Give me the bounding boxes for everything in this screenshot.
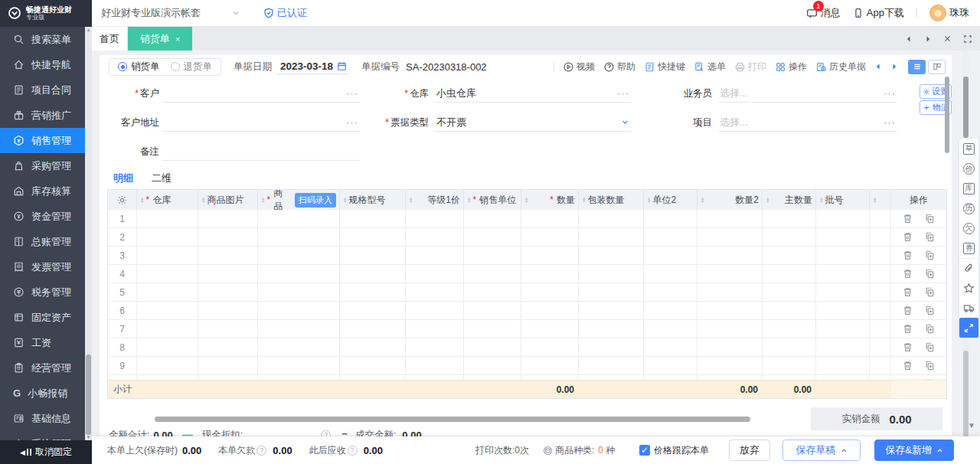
- abandon-button[interactable]: 放弃: [729, 439, 770, 461]
- copy-row-icon[interactable]: [924, 286, 936, 298]
- cell-batch_no[interactable]: [816, 283, 870, 301]
- cell-grade1_price[interactable]: [406, 375, 464, 380]
- column-header-product[interactable]: ▲▼*商品扫码录入: [258, 190, 340, 210]
- cell-unit2[interactable]: [644, 228, 697, 246]
- tab-scroll-right-icon[interactable]: [924, 35, 932, 43]
- column-header-unit2[interactable]: ▲▼单位2: [644, 190, 697, 210]
- card-view-button[interactable]: [928, 60, 946, 74]
- cell-unit2[interactable]: [644, 357, 697, 374]
- cell-extra[interactable]: [870, 265, 891, 283]
- cell-spec_model[interactable]: [340, 375, 406, 380]
- cell-warehouse[interactable]: [137, 283, 198, 301]
- list-view-button[interactable]: [908, 60, 926, 74]
- sidebar-item-xiaochang-expense[interactable]: G小畅报销: [0, 381, 92, 406]
- column-header-package_qty[interactable]: ▲▼包装数量: [579, 190, 644, 210]
- cell-extra[interactable]: [870, 283, 891, 301]
- cell-spec_model[interactable]: [340, 302, 406, 319]
- tab-home[interactable]: 首页: [92, 27, 127, 51]
- sort-icons[interactable]: ▲▼: [409, 197, 413, 203]
- fullscreen-icon[interactable]: [963, 34, 972, 44]
- cell-main_qty[interactable]: [763, 228, 816, 246]
- cell-extra[interactable]: [870, 357, 891, 374]
- cell-quantity2[interactable]: [697, 210, 763, 227]
- delete-row-icon[interactable]: [902, 360, 913, 371]
- cell-batch_no[interactable]: [816, 338, 870, 356]
- table-horizontal-scroll-thumb[interactable]: [155, 417, 750, 422]
- prev-order-icon[interactable]: [874, 63, 882, 70]
- cell-package_qty[interactable]: [579, 228, 644, 246]
- cell-warehouse[interactable]: [137, 375, 198, 380]
- copy-row-icon[interactable]: [924, 378, 936, 380]
- cell-grade1_price[interactable]: [406, 283, 464, 301]
- arrears-icon[interactable]: 欠: [959, 218, 978, 238]
- cell-extra[interactable]: [870, 210, 891, 227]
- column-header-quantity[interactable]: ▲▼*数量: [521, 190, 579, 210]
- cell-grade1_price[interactable]: [406, 228, 464, 246]
- salesman-input[interactable]: 选择...···: [718, 85, 897, 103]
- column-header-product_image[interactable]: ▲▼商品图片: [198, 190, 258, 210]
- cell-sales_unit[interactable]: [464, 247, 521, 264]
- cell-warehouse[interactable]: [137, 228, 198, 246]
- cell-main_qty[interactable]: [763, 338, 816, 356]
- cell-sales_unit[interactable]: [464, 302, 521, 319]
- draft-icon[interactable]: 草: [959, 139, 978, 158]
- remark-input[interactable]: [162, 143, 360, 161]
- cell-product_image[interactable]: [198, 302, 258, 319]
- cell-extra[interactable]: [870, 302, 891, 319]
- cell-batch_no[interactable]: [816, 302, 870, 319]
- cell-sales_unit[interactable]: [464, 228, 521, 246]
- cell-main_qty[interactable]: [763, 283, 816, 301]
- cell-quantity[interactable]: [521, 228, 579, 246]
- column-header-extra[interactable]: ▲▼: [870, 190, 891, 210]
- cell-warehouse[interactable]: [137, 320, 198, 338]
- sidebar-item-payroll[interactable]: 工资: [0, 330, 92, 355]
- delivery-icon[interactable]: [959, 298, 978, 318]
- coupon-icon[interactable]: 券: [959, 238, 978, 258]
- sort-icons[interactable]: ▲▼: [201, 197, 205, 203]
- cell-quantity2[interactable]: [697, 247, 763, 264]
- warehouse-picker-icon[interactable]: ···: [617, 87, 629, 99]
- sidebar-item-quick-nav[interactable]: 快捷导航: [0, 52, 92, 77]
- column-header-main_qty[interactable]: ▲▼主数量: [763, 190, 816, 210]
- cell-spec_model[interactable]: [340, 320, 406, 338]
- cell-sales_unit[interactable]: [464, 283, 521, 301]
- sort-icons[interactable]: ▲▼: [467, 197, 471, 203]
- copy-row-icon[interactable]: [924, 231, 936, 243]
- checkbox-checked-icon[interactable]: ✓: [639, 445, 650, 456]
- delete-row-icon[interactable]: [902, 341, 913, 353]
- pick-order-button[interactable]: 选单: [694, 60, 726, 74]
- sidebar-item-tax-mgmt[interactable]: 税务管理: [0, 279, 92, 305]
- hotkeys-button[interactable]: 快捷键: [644, 60, 685, 74]
- cell-grade1_price[interactable]: [406, 302, 464, 319]
- cell-unit2[interactable]: [644, 302, 697, 319]
- cell-quantity2[interactable]: [697, 228, 763, 246]
- cell-unit2[interactable]: [644, 338, 697, 356]
- tab-matrix[interactable]: 二维: [152, 172, 172, 191]
- cell-quantity2[interactable]: [697, 302, 763, 319]
- sort-icons[interactable]: ▲▼: [582, 197, 586, 203]
- sidebar-item-search-menu[interactable]: 搜索菜单: [0, 27, 92, 52]
- project-picker-icon[interactable]: ···: [884, 116, 896, 128]
- attachment-icon[interactable]: [959, 258, 978, 278]
- cell-product[interactable]: [258, 320, 340, 338]
- customer-address-input[interactable]: ···: [162, 114, 360, 132]
- cell-quantity[interactable]: [521, 357, 579, 374]
- cell-warehouse[interactable]: [137, 247, 198, 264]
- project-input[interactable]: 选择...···: [718, 114, 897, 132]
- cell-product[interactable]: [258, 265, 340, 283]
- cell-grade1_price[interactable]: [406, 265, 464, 283]
- cell-quantity2[interactable]: [697, 265, 763, 283]
- cell-sales_unit[interactable]: [464, 338, 521, 356]
- column-header-sales_unit[interactable]: ▲▼*销售单位: [464, 190, 521, 210]
- cell-quantity2[interactable]: [697, 283, 763, 301]
- scroll-up-icon[interactable]: ▲: [85, 28, 92, 32]
- cell-spec_model[interactable]: [340, 338, 406, 356]
- sidebar-item-sales-mgmt[interactable]: 销售管理: [0, 128, 92, 153]
- tab-detail[interactable]: 明细: [113, 172, 133, 191]
- cell-sales_unit[interactable]: [464, 210, 521, 227]
- cell-batch_no[interactable]: [816, 357, 870, 374]
- cell-batch_no[interactable]: [816, 247, 870, 264]
- sidebar-item-operations-mgmt[interactable]: 经营管理: [0, 355, 92, 381]
- scan-entry-button[interactable]: 扫码录入: [295, 193, 336, 207]
- sidebar-item-purchase-mgmt[interactable]: 采购管理: [0, 153, 92, 178]
